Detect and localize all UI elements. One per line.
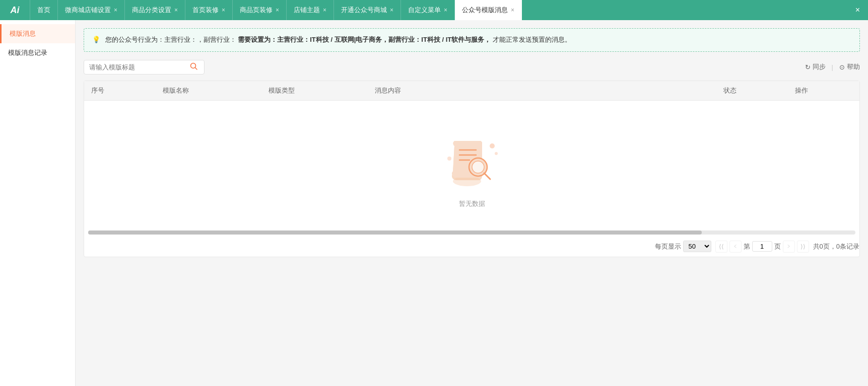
col-name: 模版名称: [156, 81, 261, 101]
tab-open-wechat-shop-label: 开通公众号商城: [341, 6, 387, 15]
col-content: 消息内容: [368, 81, 717, 101]
per-page-select: 每页显示 50 10 20 100: [655, 241, 711, 252]
empty-text: 暂无数据: [84, 199, 859, 208]
tab-home[interactable]: 首页: [30, 0, 58, 20]
tab-shop-theme[interactable]: 店铺主题 ×: [287, 0, 334, 20]
svg-point-11: [447, 157, 451, 161]
tab-home-decor[interactable]: 首页装修 ×: [185, 0, 233, 20]
tab-product-page-decor-label: 商品页装修: [240, 6, 273, 15]
tab-shop-settings[interactable]: 微商城店铺设置 ×: [58, 0, 125, 20]
next-page-button[interactable]: ﹥: [783, 241, 795, 253]
page-nav: ⟨⟨ ﹤ 第 页 ﹥ ⟩⟩: [715, 241, 809, 253]
tab-shop-theme-label: 店铺主题: [294, 6, 320, 15]
sync-button[interactable]: ↻ 同步: [805, 62, 826, 71]
global-close-button[interactable]: ×: [847, 0, 868, 20]
tab-custom-menu-label: 自定义菜单: [408, 6, 441, 15]
toolbar: ↻ 同步 | ⊙ 帮助: [84, 60, 860, 74]
prev-page-button[interactable]: ﹤: [729, 241, 742, 253]
pagination-summary: 共0页，0条记录: [813, 242, 859, 251]
tab-home-decor-label: 首页装修: [192, 6, 219, 15]
page-input[interactable]: [752, 241, 772, 252]
first-page-button[interactable]: ⟨⟨: [715, 241, 727, 253]
empty-illustration: [442, 131, 502, 191]
svg-point-10: [495, 152, 498, 155]
pagination: 每页显示 50 10 20 100 ⟨⟨ ﹤ 第 页 ﹥ ⟩⟩: [84, 237, 859, 257]
tab-bar: Ai 首页 微商城店铺设置 × 商品分类设置 × 首页装修 × 商品页装修 × …: [0, 0, 868, 20]
app-logo: Ai: [0, 0, 30, 20]
search-input[interactable]: [89, 63, 190, 71]
tab-product-category-label: 商品分类设置: [132, 6, 171, 15]
search-icon[interactable]: [190, 62, 198, 72]
tab-product-category-close[interactable]: ×: [174, 7, 178, 13]
notice-text-before: 您的公众号行业为：主营行业：，副营行业：: [105, 36, 236, 43]
scrollbar-thumb: [88, 230, 702, 235]
col-type: 模版类型: [261, 81, 367, 101]
per-page-dropdown[interactable]: 50 10 20 100: [683, 241, 711, 252]
svg-line-1: [195, 67, 197, 69]
sync-label: 同步: [813, 62, 826, 71]
sidebar-item-template-msg-record[interactable]: 模版消息记录: [0, 43, 75, 62]
help-button[interactable]: ⊙ 帮助: [839, 62, 860, 71]
sync-icon: ↻: [805, 63, 811, 71]
help-icon: ⊙: [839, 63, 845, 71]
notice-box: 💡 您的公众号行业为：主营行业：，副营行业： 需要设置为：主营行业：IT科技 /…: [84, 28, 860, 52]
notice-icon: 💡: [92, 36, 100, 43]
col-index: 序号: [84, 81, 156, 101]
tab-home-label: 首页: [37, 6, 50, 15]
col-status: 状态: [716, 81, 788, 101]
tab-product-category[interactable]: 商品分类设置 ×: [125, 0, 185, 20]
svg-point-7: [472, 161, 484, 173]
tab-product-page-decor[interactable]: 商品页装修 ×: [233, 0, 287, 20]
notice-highlight: 需要设置为：主营行业：IT科技 / 互联网|电子商务，副营行业：IT科技 / I…: [238, 36, 491, 43]
empty-state: 暂无数据: [84, 101, 859, 228]
tab-product-page-decor-close[interactable]: ×: [276, 7, 279, 13]
tab-wechat-template-msg-label: 公众号模版消息: [462, 6, 508, 15]
data-table: 序号 模版名称 模版类型 消息内容 状态 操作: [84, 81, 859, 228]
tab-home-decor-close[interactable]: ×: [222, 7, 225, 13]
page-suffix: 页: [774, 242, 781, 251]
tab-wechat-template-msg-close[interactable]: ×: [511, 7, 514, 13]
svg-line-8: [484, 173, 490, 179]
tab-open-wechat-shop[interactable]: 开通公众号商城 ×: [334, 0, 401, 20]
tab-custom-menu[interactable]: 自定义菜单 ×: [401, 0, 455, 20]
tab-custom-menu-close[interactable]: ×: [444, 7, 447, 13]
notice-text-after: 才能正常发送预置的消息。: [493, 36, 571, 43]
page-label: 第: [744, 242, 750, 251]
table-container: 序号 模版名称 模版类型 消息内容 状态 操作: [84, 81, 860, 257]
sidebar-item-template-msg[interactable]: 模版消息: [0, 24, 75, 43]
sidebar: 模版消息 模版消息记录: [0, 20, 76, 386]
horizontal-scrollbar[interactable]: [88, 230, 855, 235]
sidebar-item-template-msg-record-label: 模版消息记录: [8, 49, 47, 56]
col-action: 操作: [788, 81, 859, 101]
tab-shop-settings-label: 微商城店铺设置: [65, 6, 111, 15]
tab-shop-settings-close[interactable]: ×: [114, 7, 117, 13]
table-header: 序号 模版名称 模版类型 消息内容 状态 操作: [84, 81, 859, 101]
tab-wechat-template-msg[interactable]: 公众号模版消息 ×: [455, 0, 522, 20]
help-label: 帮助: [847, 62, 860, 71]
content-area: 💡 您的公众号行业为：主营行业：，副营行业： 需要设置为：主营行业：IT科技 /…: [76, 20, 868, 386]
last-page-button[interactable]: ⟩⟩: [797, 241, 809, 253]
tab-shop-theme-close[interactable]: ×: [323, 7, 326, 13]
per-page-label: 每页显示: [655, 242, 681, 251]
main-layout: 模版消息 模版消息记录 💡 您的公众号行业为：主营行业：，副营行业： 需要设置为…: [0, 20, 868, 386]
search-box: [84, 60, 205, 74]
tab-open-wechat-shop-close[interactable]: ×: [390, 7, 393, 13]
sidebar-item-template-msg-label: 模版消息: [10, 30, 36, 37]
toolbar-right: ↻ 同步 | ⊙ 帮助: [805, 62, 860, 71]
table-body: 暂无数据: [84, 100, 859, 228]
svg-point-9: [490, 143, 495, 148]
toolbar-divider: |: [832, 63, 833, 71]
